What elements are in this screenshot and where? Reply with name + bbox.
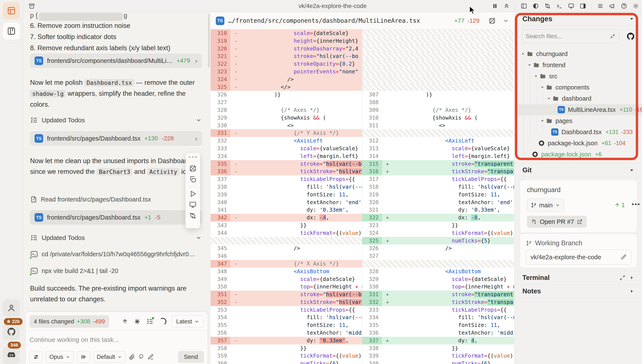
caret-down-icon[interactable]: [540, 119, 546, 123]
git-more-button[interactable]: •••: [632, 201, 640, 208]
tree-row-dashboard-tsx[interactable]: TSDashboard.tsx+131-233: [515, 126, 642, 138]
message-input[interactable]: [30, 336, 203, 344]
settings-button[interactable]: [632, 3, 639, 9]
open-pr-button[interactable]: Open PR #7: [527, 216, 586, 228]
right-panel: Changes churnguardfrontendsrccomponentsd…: [514, 12, 642, 364]
run-button[interactable]: [189, 190, 197, 198]
tree-row-components[interactable]: components: [515, 82, 642, 93]
file-diff-chip[interactable]: TS frontend/src/pages/Dashboard.tsx +1 -…: [30, 210, 202, 224]
more-options-button[interactable]: [189, 156, 197, 158]
copy-button[interactable]: [189, 176, 197, 183]
display-button[interactable]: [568, 3, 574, 9]
tree-row-frontend[interactable]: frontend: [515, 60, 642, 70]
diff-view-button[interactable]: [189, 164, 197, 172]
diff-row: 322- strokeOpacity={0.2}: [211, 60, 514, 68]
github-attach-button[interactable]: [138, 354, 145, 360]
tree-row-package-lock-json[interactable]: package-lock.json+61-104: [515, 138, 642, 149]
preview-button[interactable]: [189, 201, 197, 208]
code-line: <AxisLeft: [242, 137, 362, 145]
changes-section-header[interactable]: Changes: [515, 12, 642, 26]
spark-icon[interactable]: [134, 318, 141, 325]
collapse-tree-icon[interactable]: [610, 34, 615, 39]
updated-todos-row[interactable]: Updated Todos: [30, 234, 202, 242]
notes-section-header[interactable]: Notes: [515, 284, 642, 298]
archive-button[interactable]: [29, 0, 35, 12]
working-branch-input[interactable]: vk/4e2a-explore-the-code: [526, 250, 631, 265]
tree-row-src[interactable]: src: [515, 70, 642, 82]
updated-todos-row[interactable]: Updated Todos: [30, 116, 202, 124]
menu-button[interactable]: [597, 3, 603, 9]
theme-blob-button[interactable]: [532, 3, 539, 9]
diff-row: 346327: [211, 252, 514, 260]
attach-button[interactable]: [129, 354, 135, 360]
panel-right-button[interactable]: [580, 3, 586, 9]
latest-dropdown[interactable]: Latest: [172, 316, 203, 328]
search-input[interactable]: [526, 33, 610, 40]
line-number: 360: [211, 360, 230, 364]
chevrons-up-button[interactable]: [503, 3, 510, 9]
discord-count-badge: 346: [8, 342, 21, 348]
commits-ahead[interactable]: 1: [614, 202, 625, 208]
line-number: 322: [362, 214, 382, 222]
git-compare-button[interactable]: [544, 3, 551, 9]
code-line: tickLabelProps={{: [242, 306, 362, 314]
code-line: height={innerHeight}: [242, 37, 362, 45]
fast-forward-button[interactable]: [77, 351, 90, 363]
caret-down-icon[interactable]: [534, 74, 539, 78]
caret-down-icon[interactable]: [540, 86, 546, 89]
terminal-command-row[interactable]: npx vite build 2>&1 | tail -20: [30, 267, 118, 275]
read-file-row[interactable]: Read frontend/src/pages/Dashboard.tsx: [30, 196, 151, 203]
account-button[interactable]: [3, 300, 20, 316]
file-diff-chip[interactable]: TS frontend/src/pages/Dashboard.tsx +130…: [30, 131, 202, 146]
send-button[interactable]: Send: [178, 351, 204, 363]
tree-row-dashboard[interactable]: dashboard: [515, 93, 642, 104]
announcements-icon[interactable]: [609, 3, 615, 9]
chat-scrollbar[interactable]: [208, 14, 210, 68]
caret-down-icon[interactable]: [527, 63, 533, 67]
todos-status-button[interactable]: [146, 318, 154, 325]
panel-left-button[interactable]: [521, 3, 527, 9]
branch-dropdown[interactable]: main: [527, 198, 564, 212]
mode-dropdown[interactable]: Default: [93, 351, 126, 363]
code-line: left={margin.left}: [242, 152, 362, 160]
tree-row-package-lock-json[interactable]: package-lock.json+6: [515, 149, 642, 160]
caret-down-icon[interactable]: [547, 96, 552, 100]
tree-row-pages[interactable]: pages: [515, 115, 642, 126]
pause-button[interactable]: [492, 3, 498, 9]
expand-icon[interactable]: [620, 275, 625, 280]
diff-row: 328 {/* Axes */}309 {/* Axes */}: [211, 106, 514, 114]
line-number: 346: [211, 252, 230, 260]
diff-mode-button[interactable]: [488, 17, 496, 24]
github-button[interactable]: [3, 323, 20, 340]
tree-row-churnguard[interactable]: churnguard: [515, 48, 642, 60]
github-view-button[interactable]: [626, 32, 635, 40]
preferences-button[interactable]: [30, 351, 43, 363]
file-diff-chip[interactable]: TS frontend/src/components/dashboard/Mul…: [30, 54, 202, 68]
git-section-header[interactable]: Git: [515, 164, 642, 177]
diff-marker: +: [382, 160, 394, 168]
diff-marker: [382, 360, 394, 364]
diff-marker: [382, 275, 394, 283]
terminal-toggle-button[interactable]: [556, 3, 562, 9]
line-number: 327: [211, 98, 230, 106]
model-dropdown[interactable]: Opus: [46, 351, 74, 363]
diff-marker: [230, 344, 242, 352]
discord-button[interactable]: [3, 346, 20, 364]
lines-removed: -162: [635, 106, 642, 113]
caret-down-icon[interactable]: [521, 52, 527, 56]
line-number: 344: [211, 229, 230, 237]
tree-row-multilinearea-tsx[interactable]: TSMultiLineArea.tsx+110-162: [515, 104, 642, 115]
layout-panel-button[interactable]: [3, 2, 20, 19]
collapse-diff-button[interactable]: [503, 18, 509, 24]
files-changed-chip[interactable]: 4 files changed +308 -499: [30, 315, 109, 328]
terminal-command-row[interactable]: cd /private/var/folders/10/h7w0q46556ggr…: [30, 250, 195, 258]
pen-button[interactable]: [148, 354, 154, 360]
diff-row: 325+ numTicks={5}: [211, 237, 514, 245]
kanban-board-button[interactable]: [3, 22, 20, 40]
help-button[interactable]: [621, 3, 627, 9]
terminal-section-header[interactable]: Terminal: [515, 271, 642, 284]
lines-removed: -104: [614, 140, 625, 146]
git-compare-button[interactable]: [189, 212, 197, 220]
diff-marker: [230, 122, 242, 130]
scroll-to-top-button[interactable]: [122, 318, 128, 325]
